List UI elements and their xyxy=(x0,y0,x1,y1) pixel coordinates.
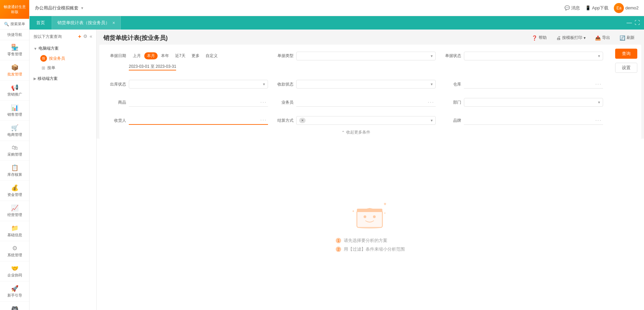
goods-control[interactable]: ··· xyxy=(129,98,268,107)
sidebar-item-newbie[interactable]: 🚀 新手引导 xyxy=(0,281,29,302)
warehouse-control[interactable]: ··· xyxy=(464,80,603,89)
add-plan-icon[interactable]: + xyxy=(78,34,81,40)
sidebar-item-retail-label: 零售管理 xyxy=(7,52,22,57)
settings-plan-icon[interactable]: ⚙ xyxy=(83,34,88,40)
salesperson-control[interactable]: ··· xyxy=(296,98,435,107)
pc-group-label: 电脑端方案 xyxy=(39,46,59,51)
sidebar-item-ecommerce[interactable]: 🛒 电商管理 xyxy=(0,121,29,141)
active-plan-icon: 按 xyxy=(40,55,47,62)
app-header: 办公用品行业模拟账套 ▾ 💬 消息 📱 App下载 Ea demo2 xyxy=(30,0,644,16)
export-btn[interactable]: 📤 导出 xyxy=(592,34,613,42)
minimize-icon[interactable]: — xyxy=(627,20,632,26)
enterprise-icon: 🤝 xyxy=(11,265,18,272)
user-profile[interactable]: Ea demo2 xyxy=(614,3,639,13)
search-menu[interactable]: 🔍 搜索菜单 xyxy=(0,19,29,30)
date-last7-btn[interactable]: 近7天 xyxy=(172,52,188,59)
sidebar-item-operations-label: 经营管理 xyxy=(7,212,22,217)
search-icon: 🔍 xyxy=(4,22,9,27)
tab-close-icon[interactable]: × xyxy=(112,20,115,25)
app-logo: 畅捷通好生意 标版 xyxy=(0,0,30,19)
date-label: 单据日期 xyxy=(109,53,126,59)
settlement-clear-btn[interactable]: × xyxy=(301,118,304,123)
content-area: 按以下方案查询 + ⚙ « ▼ 电脑端方案 按 按业务员 ⊞ 按单 xyxy=(30,30,644,310)
filter-row-2: 出库状态 ▾ 收款状态 ▾ xyxy=(99,73,612,91)
dept-control[interactable]: ▾ xyxy=(464,98,603,107)
mobile-group-label: 移动端方案 xyxy=(38,76,58,82)
message-btn[interactable]: 💬 消息 xyxy=(565,5,580,11)
plan-section: ▼ 电脑端方案 按 按业务员 ⊞ 按单 ▶ 移动端方案 xyxy=(30,42,96,85)
doc-status-control[interactable]: ▾ xyxy=(464,52,603,60)
consignee-control[interactable]: ··· xyxy=(129,116,268,125)
tab-home[interactable]: 首页 xyxy=(30,16,52,30)
sidebar-item-finance[interactable]: 💰 资金管理 xyxy=(0,181,29,201)
sidebar-item-enterprise-label: 企业协同 xyxy=(7,273,22,278)
sidebar-item-inventory-label: 库存核算 xyxy=(7,172,22,177)
date-custom-btn[interactable]: 自定义 xyxy=(203,52,220,59)
doc-type-control[interactable]: ▾ xyxy=(296,52,435,60)
sidebar-item-inventory[interactable]: 📋 库存核算 xyxy=(0,161,29,181)
help-btn[interactable]: ❓ 帮助 xyxy=(529,34,549,42)
sub-plan-item[interactable]: ⊞ 按单 xyxy=(34,63,92,72)
brand-control[interactable]: ··· xyxy=(464,116,603,125)
refresh-icon: 🔄 xyxy=(620,35,625,41)
mobile-plan-group[interactable]: ▶ 移动端方案 xyxy=(34,74,92,84)
sidebar-item-system[interactable]: ⚙ 系统管理 xyxy=(0,241,29,261)
app-download-btn[interactable]: 📱 App下载 xyxy=(585,5,608,11)
pc-plan-group[interactable]: ▼ 电脑端方案 xyxy=(34,44,92,53)
out-status-label: 出库状态 xyxy=(109,82,126,87)
dept-label: 部门 xyxy=(444,100,461,105)
sidebar-item-basic[interactable]: 📁 基础信息 xyxy=(0,221,29,241)
settlement-control[interactable]: × ▾ xyxy=(296,116,435,125)
dept-filter-cell: 部门 ▾ xyxy=(440,95,607,109)
goods-dots-icon[interactable]: ··· xyxy=(260,99,267,105)
sidebar-item-sales[interactable]: 📊 销售管理 xyxy=(0,101,29,121)
sidebar-item-operations[interactable]: 📈 经营管理 xyxy=(0,201,29,221)
doc-status-filter-cell: 单据状态 ▾ xyxy=(440,49,607,63)
app-download-label: App下载 xyxy=(592,5,608,11)
settings-button[interactable]: 设置 xyxy=(615,63,637,73)
app-download-icon: 📱 xyxy=(585,5,591,10)
date-current-year-btn[interactable]: 本年 xyxy=(158,52,172,59)
recv-status-control[interactable]: ▾ xyxy=(296,80,435,89)
sidebar-item-marketing[interactable]: 📢 营销推广 xyxy=(0,81,29,101)
date-current-month-btn[interactable]: 本月 xyxy=(144,52,158,59)
query-button[interactable]: 查询 xyxy=(615,49,637,59)
sidebar-item-enterprise[interactable]: 🤝 企业协同 xyxy=(0,261,29,281)
help-icon: ❓ xyxy=(532,35,537,41)
settlement-tag: × xyxy=(299,118,306,123)
out-status-control[interactable]: ▾ xyxy=(129,80,268,89)
refresh-btn[interactable]: 🔄 刷新 xyxy=(617,34,637,42)
sidebar-item-retail[interactable]: 🏪 零售管理 xyxy=(0,40,29,60)
sidebar-item-purchase[interactable]: 🛍 采购管理 xyxy=(0,141,29,161)
date-more-btn[interactable]: 更多 xyxy=(189,52,202,59)
quick-nav[interactable]: 快捷导航 xyxy=(0,30,29,40)
brand-dots-icon[interactable]: ··· xyxy=(595,117,602,123)
collapse-bar[interactable]: ⌃ 收起更多条件 xyxy=(99,127,612,139)
sidebar-item-wholesale-label: 批发管理 xyxy=(7,72,22,77)
sidebar-item-finance-label: 资金管理 xyxy=(7,192,22,197)
consignee-dots-icon[interactable]: ··· xyxy=(260,117,267,123)
tab-home-label: 首页 xyxy=(36,20,45,26)
step-1-num: 1 xyxy=(336,238,341,243)
tab-active[interactable]: 销货单统计表（按业务员） × xyxy=(52,16,121,30)
left-panel: 按以下方案查询 + ⚙ « ▼ 电脑端方案 按 按业务员 ⊞ 按单 xyxy=(30,30,97,310)
header-dropdown-icon[interactable]: ▾ xyxy=(81,6,83,10)
salesperson-dots-icon[interactable]: ··· xyxy=(428,99,434,105)
maximize-icon[interactable]: ⛶ xyxy=(635,20,640,26)
svg-text:✦: ✦ xyxy=(384,212,386,215)
date-range-row: 2023-03-01 至 2023-03-31 xyxy=(99,63,612,73)
collapse-panel-icon[interactable]: « xyxy=(90,34,92,40)
warehouse-dots-icon[interactable]: ··· xyxy=(595,81,602,87)
date-buttons: 上月 本月 本年 近7天 更多 自定义 xyxy=(130,52,220,59)
wholesale-icon: 📦 xyxy=(11,64,18,71)
message-icon: 💬 xyxy=(565,5,570,10)
template-print-btn[interactable]: 🖨 按模板打印 ▾ xyxy=(553,34,588,42)
refresh-label: 刷新 xyxy=(627,35,635,41)
date-prev-month-btn[interactable]: 上月 xyxy=(130,52,144,59)
sidebar-item-apps[interactable]: 🎮 应用中心 xyxy=(0,302,29,310)
sidebar-item-marketing-label: 营销推广 xyxy=(7,92,22,97)
system-icon: ⚙ xyxy=(12,245,17,252)
sidebar-item-wholesale[interactable]: 📦 批发管理 xyxy=(0,60,29,81)
active-plan-item[interactable]: 按 按业务员 xyxy=(34,53,92,63)
logo-text: 畅捷通好生意 标版 xyxy=(4,4,26,15)
